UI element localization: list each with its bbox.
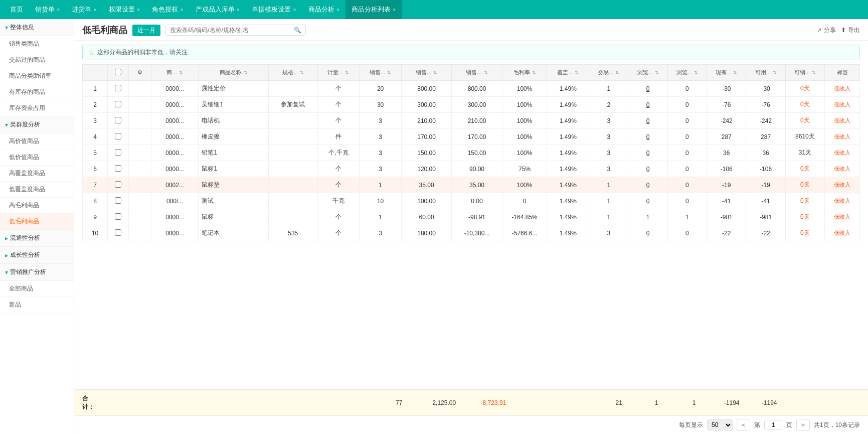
row-checkbox-1[interactable] bbox=[115, 101, 121, 107]
sidebar-item-low-value[interactable]: 低价值商品 bbox=[0, 150, 74, 166]
cell-browse1-2[interactable]: 0 bbox=[628, 113, 667, 129]
cell-name-9[interactable]: 笔记本 bbox=[199, 225, 268, 241]
cell-name-2[interactable]: 电话机 bbox=[199, 113, 268, 129]
nav-template-settings[interactable]: 单据模板设置 × bbox=[246, 0, 302, 19]
sort-icon-sales-price[interactable]: ⇅ bbox=[433, 70, 437, 75]
browse1-link-8[interactable]: 1 bbox=[646, 214, 650, 221]
nav-finished-goods[interactable]: 产成品入库单 × bbox=[190, 0, 246, 19]
page-size-select[interactable]: 50 20 100 bbox=[707, 419, 733, 430]
sort-icon-sales-qty[interactable]: ⇅ bbox=[387, 70, 391, 75]
sidebar-group-circulation[interactable]: ▸ 流通性分析 bbox=[0, 230, 74, 247]
sort-icon-spec[interactable]: ⇅ bbox=[300, 70, 304, 75]
sort-icon-unit[interactable]: ⇅ bbox=[345, 70, 349, 75]
sidebar-item-new-products[interactable]: 新品 bbox=[0, 297, 74, 313]
cell-name-5[interactable]: 鼠标1 bbox=[199, 161, 268, 177]
cell-name-4[interactable]: 铅笔1 bbox=[199, 145, 268, 161]
cell-name-0[interactable]: 属性定价 bbox=[199, 81, 268, 97]
sidebar-item-traded-products[interactable]: 交易过的商品 bbox=[0, 52, 74, 68]
cell-name-8[interactable]: 鼠标 bbox=[199, 209, 268, 225]
sort-icon-available[interactable]: ⇅ bbox=[773, 70, 777, 75]
browse1-link-6[interactable]: 0 bbox=[646, 182, 650, 189]
cell-browse1-4[interactable]: 0 bbox=[628, 145, 667, 161]
row-checkbox-5[interactable] bbox=[115, 165, 121, 172]
nav-close-finished-goods[interactable]: × bbox=[237, 7, 240, 13]
row-checkbox-0[interactable] bbox=[115, 85, 121, 91]
cell-browse1-1[interactable]: 0 bbox=[628, 97, 667, 113]
nav-close-sales-order[interactable]: × bbox=[57, 7, 60, 13]
browse1-link-7[interactable]: 0 bbox=[646, 198, 650, 205]
sidebar-item-low-coverage[interactable]: 低覆盖度商品 bbox=[0, 182, 74, 198]
nav-product-analysis[interactable]: 商品分析 × bbox=[302, 0, 345, 19]
prev-page-button[interactable]: ＜ bbox=[737, 419, 750, 431]
page-input[interactable] bbox=[764, 420, 782, 430]
sort-icon-name[interactable]: ⇅ bbox=[244, 70, 248, 75]
browse1-link-3[interactable]: 0 bbox=[646, 133, 650, 140]
browse1-link-2[interactable]: 0 bbox=[646, 117, 650, 124]
browse1-link-9[interactable]: 0 bbox=[646, 230, 650, 237]
nav-sales-order[interactable]: 销货单 × bbox=[29, 0, 66, 19]
cell-browse1-7[interactable]: 0 bbox=[628, 193, 667, 209]
cell-browse1-0[interactable]: 0 bbox=[628, 81, 667, 97]
nav-product-analysis-list[interactable]: 商品分析列表 × bbox=[345, 0, 402, 19]
browse1-link-1[interactable]: 0 bbox=[646, 101, 650, 108]
sort-icon-sales-amount[interactable]: ⇅ bbox=[484, 70, 488, 75]
cell-browse1-5[interactable]: 0 bbox=[628, 161, 667, 177]
select-all-checkbox[interactable] bbox=[115, 69, 121, 75]
nav-close-product-analysis-list[interactable]: × bbox=[393, 7, 396, 13]
cell-browse1-8[interactable]: 1 bbox=[628, 209, 667, 225]
sidebar-item-low-margin[interactable]: 低毛利商品 bbox=[0, 214, 74, 230]
browse1-link-0[interactable]: 0 bbox=[646, 85, 650, 92]
sidebar-group-cluster[interactable]: ▾ 类群度分析 bbox=[0, 116, 74, 133]
nav-close-product-analysis[interactable]: × bbox=[336, 7, 339, 13]
nav-close-purchase-order[interactable]: × bbox=[93, 7, 96, 13]
sidebar-item-all-products[interactable]: 全部商品 bbox=[0, 281, 74, 297]
sort-icon-browse2[interactable]: ⇅ bbox=[694, 70, 698, 75]
sort-icon-current[interactable]: ⇅ bbox=[733, 70, 737, 75]
sidebar-item-stocked-products[interactable]: 有库存的商品 bbox=[0, 84, 74, 100]
sort-icon-sellable[interactable]: ⇅ bbox=[812, 70, 816, 75]
next-page-button[interactable]: ＞ bbox=[796, 419, 810, 431]
nav-home[interactable]: 首页 bbox=[4, 0, 29, 19]
sort-icon-gross-rate[interactable]: ⇅ bbox=[532, 70, 536, 75]
sidebar-group-overall[interactable]: ▾ 整体信息 bbox=[0, 19, 74, 36]
nav-permission-settings[interactable]: 权限设置 × bbox=[103, 0, 146, 19]
sidebar-item-high-value[interactable]: 高价值商品 bbox=[0, 133, 74, 150]
sort-icon-trade[interactable]: ⇅ bbox=[615, 70, 619, 75]
browse1-link-4[interactable]: 0 bbox=[646, 150, 650, 157]
search-icon[interactable]: 🔍 bbox=[294, 27, 301, 34]
cell-name-7[interactable]: 测试 bbox=[199, 193, 268, 209]
row-checkbox-9[interactable] bbox=[115, 229, 121, 236]
sort-icon-cover-rate[interactable]: ⇅ bbox=[575, 70, 579, 75]
nav-purchase-order[interactable]: 进货单 × bbox=[66, 0, 102, 19]
nav-close-permission-settings[interactable]: × bbox=[137, 7, 140, 13]
sidebar-item-sales-products[interactable]: 销售类商品 bbox=[0, 36, 74, 52]
row-checkbox-7[interactable] bbox=[115, 197, 121, 204]
sidebar-item-high-margin[interactable]: 高毛利商品 bbox=[0, 198, 74, 214]
row-checkbox-2[interactable] bbox=[115, 117, 121, 123]
cell-browse1-3[interactable]: 0 bbox=[628, 129, 667, 145]
sidebar-group-marketing[interactable]: ▾ 营销推广分析 bbox=[0, 264, 74, 281]
row-checkbox-8[interactable] bbox=[115, 213, 121, 220]
cell-name-6[interactable]: 鼠标垫 bbox=[199, 177, 268, 193]
sidebar-item-category-rate[interactable]: 商品分类助销率 bbox=[0, 68, 74, 84]
sidebar-item-inventory-funds[interactable]: 库存资金占用 bbox=[0, 100, 74, 116]
row-checkbox-4[interactable] bbox=[115, 149, 121, 156]
row-checkbox-3[interactable] bbox=[115, 133, 121, 139]
browse1-link-5[interactable]: 0 bbox=[646, 166, 650, 173]
nav-close-role-auth[interactable]: × bbox=[180, 7, 183, 13]
cell-browse1-6[interactable]: 0 bbox=[628, 177, 667, 193]
cell-name-3[interactable]: 橡皮擦 bbox=[199, 129, 268, 145]
sort-icon-browse1[interactable]: ⇅ bbox=[655, 70, 659, 75]
cell-browse1-9[interactable]: 0 bbox=[628, 225, 667, 241]
sort-icon-code[interactable]: ⇅ bbox=[179, 70, 183, 75]
th-setting[interactable]: ⚙ bbox=[129, 65, 151, 81]
cell-name-1[interactable]: 吴细细1 bbox=[199, 97, 268, 113]
search-input[interactable] bbox=[170, 27, 292, 34]
sidebar-item-high-coverage[interactable]: 高覆盖度商品 bbox=[0, 166, 74, 182]
sidebar-group-growth[interactable]: ▸ 成长性分析 bbox=[0, 247, 74, 264]
row-checkbox-6[interactable] bbox=[115, 181, 121, 188]
share-button[interactable]: ↗ 分享 bbox=[817, 26, 836, 35]
export-button[interactable]: ⬆ 导出 bbox=[841, 26, 860, 35]
date-filter-button[interactable]: 近一月 bbox=[132, 25, 160, 36]
nav-close-template-settings[interactable]: × bbox=[293, 7, 296, 13]
